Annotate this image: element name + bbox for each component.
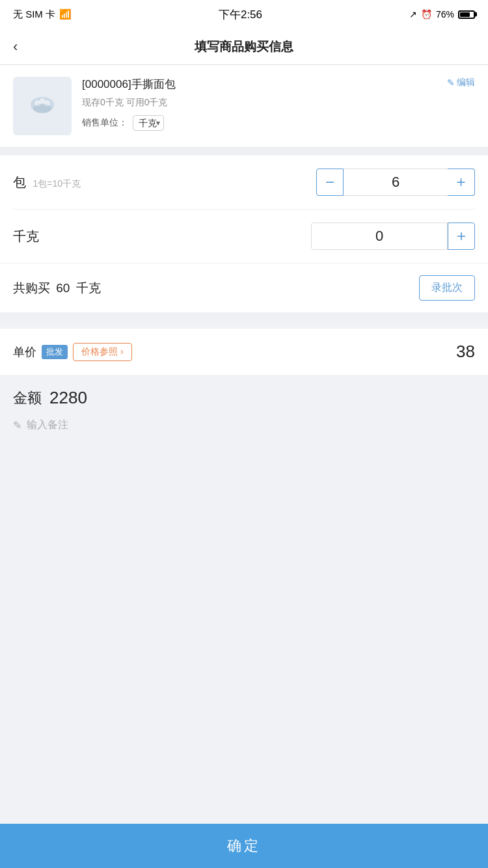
confirm-button[interactable]: 确定 — [0, 824, 488, 868]
bag-increment-button[interactable]: + — [448, 169, 475, 196]
status-bar: 无 SIM 卡 📶 下午2:56 ↗ ⏰ 76% — [0, 0, 488, 29]
product-image — [13, 77, 72, 135]
record-batch-button[interactable]: 录批次 — [419, 275, 475, 301]
kg-input-row: 千克 + — [13, 210, 475, 263]
product-name: [0000006]手撕面包 — [82, 77, 176, 92]
kg-increment-button[interactable]: + — [448, 223, 475, 250]
input-section: 包 1包=10千克 − + 千克 + — [0, 156, 488, 263]
bag-input-row: 包 1包=10千克 − + — [13, 156, 475, 210]
nav-bar: ‹ 填写商品购买信息 — [0, 29, 488, 65]
kg-qty-control: + — [311, 223, 475, 250]
edit-button[interactable]: ✎ 编辑 — [447, 77, 475, 88]
battery-icon — [458, 10, 475, 19]
amount-label: 金额 — [13, 388, 42, 408]
amount-section: 金额 2280 ✎ 输入备注 — [0, 375, 488, 432]
status-time: 下午2:56 — [219, 7, 262, 22]
bag-label: 包 — [13, 175, 26, 189]
edit-icon: ✎ — [447, 77, 455, 88]
product-info: [0000006]手撕面包 ✎ 编辑 现存0千克 可用0千克 销售单位： 千克 — [82, 77, 475, 131]
remark-row[interactable]: ✎ 输入备注 — [13, 418, 475, 432]
unit-select[interactable]: 千克 — [133, 115, 164, 131]
bag-label-group: 包 1包=10千克 — [13, 174, 81, 191]
kg-label-group: 千克 — [13, 228, 39, 245]
summary-unit: 千克 — [76, 281, 101, 295]
battery-percent: 76% — [436, 9, 454, 20]
status-right: ↗ ⏰ 76% — [409, 9, 475, 20]
bag-qty-control: − + — [316, 169, 475, 196]
divider-1 — [0, 148, 488, 156]
price-reference-button[interactable]: 价格参照 › — [73, 343, 132, 361]
wifi-icon: 📶 — [59, 8, 72, 20]
back-button[interactable]: ‹ — [13, 38, 18, 55]
page-title: 填写商品购买信息 — [195, 38, 293, 55]
edit-label: 编辑 — [457, 77, 475, 88]
amount-row: 金额 2280 — [13, 388, 475, 408]
unit-label: 销售单位： — [82, 117, 128, 129]
pencil-icon: ✎ — [13, 419, 21, 431]
price-section: 单价 批发 价格参照 › 38 — [0, 329, 488, 375]
svg-point-4 — [33, 104, 51, 113]
confirm-label: 确定 — [227, 836, 261, 856]
product-section: [0000006]手撕面包 ✎ 编辑 现存0千克 可用0千克 销售单位： 千克 — [0, 65, 488, 148]
product-unit-row: 销售单位： 千克 — [82, 115, 475, 131]
kg-label: 千克 — [13, 229, 39, 243]
summary-section: 共购买 60 千克 录批次 — [0, 263, 488, 313]
remark-placeholder: 输入备注 — [27, 418, 68, 432]
summary-quantity: 60 — [56, 281, 70, 295]
svg-point-3 — [40, 98, 45, 103]
bag-qty-input[interactable] — [344, 169, 448, 196]
empty-space — [0, 432, 488, 653]
kg-qty-input[interactable] — [311, 223, 448, 250]
summary-prefix: 共购买 — [13, 281, 50, 295]
bag-decrement-button[interactable]: − — [316, 169, 344, 196]
divider-2 — [0, 313, 488, 321]
price-type-badge: 批发 — [42, 345, 68, 359]
location-icon: ↗ — [409, 9, 417, 20]
amount-value: 2280 — [49, 388, 87, 408]
carrier-label: 无 SIM 卡 — [13, 8, 55, 21]
unit-select-wrapper[interactable]: 千克 — [133, 115, 164, 131]
alarm-icon: ⏰ — [421, 9, 432, 20]
price-value: 38 — [456, 342, 475, 362]
price-label: 单价 — [13, 344, 36, 360]
summary-text: 共购买 60 千克 — [13, 280, 101, 297]
status-left: 无 SIM 卡 📶 — [13, 8, 72, 21]
product-stock: 现存0千克 可用0千克 — [82, 97, 475, 109]
bag-sublabel: 1包=10千克 — [33, 178, 81, 189]
